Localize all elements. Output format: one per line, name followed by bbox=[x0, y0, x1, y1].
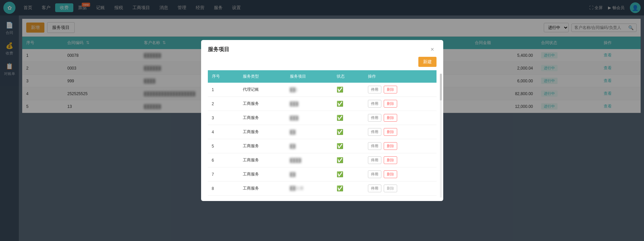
dcol-status: 状态 bbox=[333, 70, 364, 83]
dcell-seq: 1 bbox=[208, 83, 239, 97]
dcell-type: 工商服务 bbox=[239, 97, 286, 111]
delete-button[interactable]: 删除 bbox=[384, 114, 397, 122]
status-check-icon: ✅ bbox=[337, 186, 343, 191]
delete-button[interactable]: 删除 bbox=[384, 156, 397, 164]
dcell-action: 停用 删除 bbox=[364, 111, 437, 125]
stop-button[interactable]: 停用 bbox=[368, 156, 381, 164]
dialog-table-body: 1 代理记账 ██1 ✅ 停用 删除 2 工商服务 ███ ✅ 停用 删除 3 … bbox=[208, 83, 437, 196]
service-dialog: 服务项目 × 新建 序号 服务类型 服务项目 状态 操作 1 代理记账 bbox=[201, 40, 443, 201]
delete-button[interactable]: 删除 bbox=[384, 142, 397, 150]
dialog-table-row: 1 代理记账 ██1 ✅ 停用 删除 bbox=[208, 83, 437, 97]
dcell-status: ✅ bbox=[333, 167, 364, 182]
dcell-item: ████ bbox=[286, 153, 333, 167]
delete-button[interactable]: 删除 bbox=[384, 100, 397, 108]
dcell-action: 停用 删除 bbox=[364, 125, 437, 139]
dialog-table-header: 序号 服务类型 服务项目 状态 操作 bbox=[208, 70, 437, 83]
dcell-status: ✅ bbox=[333, 125, 364, 139]
dialog-new-button[interactable]: 新建 bbox=[418, 57, 437, 67]
dcell-item: ███ bbox=[286, 97, 333, 111]
status-check-icon: ✅ bbox=[337, 129, 343, 135]
dcell-seq: 2 bbox=[208, 97, 239, 111]
status-check-icon: ✅ bbox=[337, 171, 343, 177]
dcol-type: 服务类型 bbox=[239, 70, 286, 83]
stop-button[interactable]: 停用 bbox=[368, 170, 381, 178]
dcell-item: ███ bbox=[286, 111, 333, 125]
dcell-type: 工商服务 bbox=[239, 153, 286, 167]
scrollbar-track bbox=[440, 74, 442, 198]
dcell-item: ██ bbox=[286, 125, 333, 139]
dcell-status: ✅ bbox=[333, 111, 364, 125]
dialog-table-row: 3 工商服务 ███ ✅ 停用 删除 bbox=[208, 111, 437, 125]
dialog-table-row: 6 工商服务 ████ ✅ 停用 删除 bbox=[208, 153, 437, 167]
dcol-action: 操作 bbox=[364, 70, 437, 83]
dialog-table-row: 8 工商服务 ██注册 ✅ 停用 删除 bbox=[208, 182, 437, 196]
status-check-icon: ✅ bbox=[337, 143, 343, 149]
dcell-item: ██ bbox=[286, 167, 333, 182]
dcell-action: 停用 删除 bbox=[364, 97, 437, 111]
dcell-action: 停用 删除 bbox=[364, 83, 437, 97]
dcell-seq: 6 bbox=[208, 153, 239, 167]
dcell-seq: 5 bbox=[208, 139, 239, 153]
dcol-item: 服务项目 bbox=[286, 70, 333, 83]
dcell-seq: 8 bbox=[208, 182, 239, 196]
dialog-table-row: 4 工商服务 ██ ✅ 停用 删除 bbox=[208, 125, 437, 139]
dcell-seq: 4 bbox=[208, 125, 239, 139]
dialog-table-row: 7 工商服务 ██ ✅ 停用 删除 bbox=[208, 167, 437, 182]
delete-button[interactable]: 删除 bbox=[384, 86, 397, 93]
dcell-status: ✅ bbox=[333, 97, 364, 111]
dialog-title: 服务项目 bbox=[208, 46, 229, 53]
delete-button[interactable]: 删除 bbox=[384, 128, 397, 136]
dcell-item: ██ bbox=[286, 139, 333, 153]
dcell-action: 停用 删除 bbox=[364, 182, 437, 196]
dcell-action: 停用 删除 bbox=[364, 153, 437, 167]
stop-button[interactable]: 停用 bbox=[368, 100, 381, 108]
dialog-body: 序号 服务类型 服务项目 状态 操作 1 代理记账 ██1 ✅ 停用 删除 2 … bbox=[201, 70, 443, 201]
dialog-toolbar: 新建 bbox=[201, 57, 443, 70]
stop-button[interactable]: 停用 bbox=[368, 185, 381, 192]
dcell-status: ✅ bbox=[333, 83, 364, 97]
delete-button[interactable]: 删除 bbox=[384, 170, 397, 178]
dcell-status: ✅ bbox=[333, 139, 364, 153]
dialog-table-row: 5 工商服务 ██ ✅ 停用 删除 bbox=[208, 139, 437, 153]
modal-overlay[interactable]: 服务项目 × 新建 序号 服务类型 服务项目 状态 操作 1 代理记账 bbox=[0, 0, 644, 241]
dcell-seq: 3 bbox=[208, 111, 239, 125]
delete-button-disabled[interactable]: 删除 bbox=[384, 185, 397, 192]
status-check-icon: ✅ bbox=[337, 157, 343, 163]
stop-button[interactable]: 停用 bbox=[368, 142, 381, 150]
dcol-seq: 序号 bbox=[208, 70, 239, 83]
stop-button[interactable]: 停用 bbox=[368, 86, 381, 93]
dcell-type: 工商服务 bbox=[239, 125, 286, 139]
dcell-type: 工商服务 bbox=[239, 139, 286, 153]
dcell-status: ✅ bbox=[333, 153, 364, 167]
dcell-action: 停用 删除 bbox=[364, 167, 437, 182]
stop-button[interactable]: 停用 bbox=[368, 128, 381, 136]
dialog-table-row: 2 工商服务 ███ ✅ 停用 删除 bbox=[208, 97, 437, 111]
status-check-icon: ✅ bbox=[337, 87, 343, 92]
dcell-type: 代理记账 bbox=[239, 83, 286, 97]
dcell-item: ██1 bbox=[286, 83, 333, 97]
dcell-status: ✅ bbox=[333, 182, 364, 196]
dcell-type: 工商服务 bbox=[239, 182, 286, 196]
dialog-close-button[interactable]: × bbox=[428, 45, 437, 53]
dcell-type: 工商服务 bbox=[239, 111, 286, 125]
dialog-header: 服务项目 × bbox=[201, 40, 443, 57]
status-check-icon: ✅ bbox=[337, 101, 343, 107]
dcell-seq: 7 bbox=[208, 167, 239, 182]
dcell-type: 工商服务 bbox=[239, 167, 286, 182]
stop-button[interactable]: 停用 bbox=[368, 114, 381, 122]
status-check-icon: ✅ bbox=[337, 115, 343, 121]
service-table: 序号 服务类型 服务项目 状态 操作 1 代理记账 ██1 ✅ 停用 删除 2 … bbox=[208, 70, 437, 196]
dcell-action: 停用 删除 bbox=[364, 139, 437, 153]
dcell-item: ██注册 bbox=[286, 182, 333, 196]
scrollbar-thumb[interactable] bbox=[440, 74, 442, 101]
